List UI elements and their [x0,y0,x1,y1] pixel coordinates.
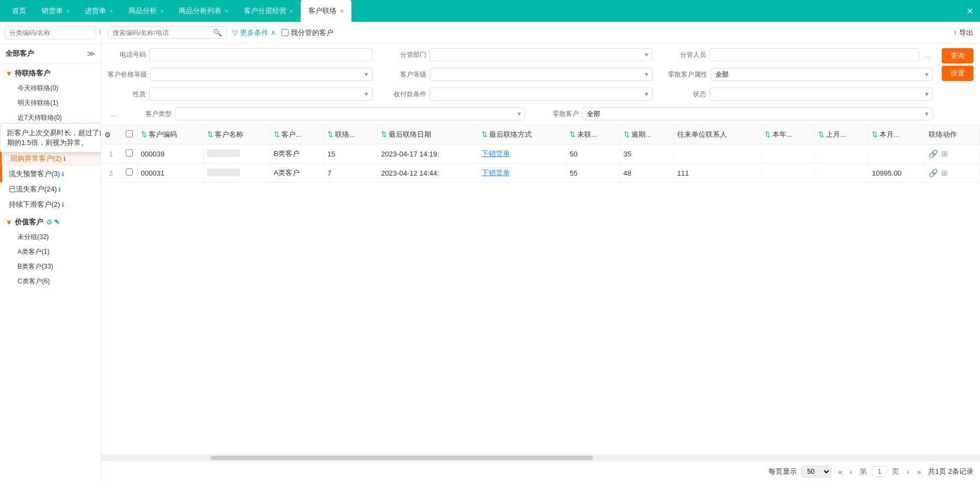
edit-value-group-icon[interactable]: ⊙ [46,218,52,226]
nav-product-analysis-list[interactable]: 商品分析列表 × [171,0,236,22]
row-1-checkbox[interactable] [121,144,137,164]
sort-uncontacted-icon[interactable]: ⇅ [570,130,576,138]
sidebar-group-value-customer[interactable]: ▼ 价值客户 ⊙ ✎ [0,214,101,230]
info-icon-abnormal[interactable]: ℹ [63,155,66,162]
nav-customer-contact[interactable]: 客户联络 × [301,0,351,22]
row-2-grid-icon[interactable]: ⊞ [941,169,948,177]
close-customer-tier-icon[interactable]: × [290,8,293,14]
sort-last-month-icon[interactable]: ⇅ [818,130,824,138]
horizontal-scrollbar[interactable] [101,454,980,461]
sidebar-item-class-b[interactable]: B类客户(33) [9,259,101,274]
manager-dots-btn[interactable]: ... [923,51,933,59]
window-close-button[interactable]: ✕ [966,6,973,16]
nav-product-analysis[interactable]: 商品分析 × [121,0,171,22]
row-2-link-icon[interactable]: 🔗 [929,169,938,177]
sort-overdue-icon[interactable]: ⇅ [624,130,630,138]
retail-customer-select[interactable]: 全部 [582,107,933,120]
sidebar-item-loss-warning[interactable]: 流失预警客户(3) ℹ [0,166,101,182]
select-all-checkbox[interactable] [126,130,133,137]
payment-select[interactable] [430,88,653,101]
sidebar-item-class-a[interactable]: A类客户(1) [9,245,101,259]
sidebar-search-input[interactable] [4,26,96,39]
scrollbar-thumb[interactable] [210,456,593,460]
search-icon[interactable]: 🔍 [213,28,222,37]
my-customer-checkbox[interactable] [281,29,289,36]
customer-type-select[interactable] [175,107,526,120]
first-page-btn[interactable]: « [836,467,845,477]
arrow-down-icon-2: ▼ [5,218,13,227]
search-input[interactable] [113,29,211,37]
sidebar-item-tomorrow-pending[interactable]: 明天待联络(1) [9,96,101,111]
price-grade-select[interactable] [150,68,373,81]
info-icon-lost[interactable]: ℹ [58,186,61,193]
sidebar-item-declining[interactable]: 持续下滑客户(2) ℹ [0,197,101,212]
sidebar-item-class-c[interactable]: C类客户(6) [9,274,101,289]
col-settings[interactable]: ⚙ [101,125,121,144]
phone-input[interactable] [149,48,373,61]
retail-attr-label: 零散客户属性 [668,70,707,79]
nav-purchase-order[interactable]: 进货单 × [77,0,120,22]
sidebar-search-icon[interactable]: 🔍 [98,29,101,37]
row-2-overdue: 48 [620,164,673,183]
info-icon-declining[interactable]: ℹ [62,201,64,208]
row-1-grid-icon[interactable]: ⊞ [941,149,948,158]
sort-date-icon[interactable]: ⇅ [381,130,387,138]
settings-button[interactable]: 设置 [942,66,973,81]
sort-code-icon[interactable]: ⇅ [141,130,147,138]
sort-type-icon[interactable]: ⇅ [274,130,280,138]
sidebar-item-lost-customer[interactable]: 已流失客户(24) ℹ [0,182,101,197]
sidebar-collapse-icon[interactable]: ≫ [87,49,95,58]
row-1-last-month [815,144,868,164]
last-page-btn[interactable]: » [914,467,924,477]
customer-grade-label: 客户等级 [388,70,426,79]
tooltip-text: 距客户上次交易时长，超过了此客户的平均交易周期的1.5倍，则视为异常。 [7,129,101,147]
dept-select[interactable] [430,48,653,61]
retail-attr-select[interactable]: 全部 [711,68,933,81]
sort-this-month-icon[interactable]: ⇅ [872,130,878,138]
col-name: ⇅客户名称 [204,125,271,144]
row-2-last-month [815,164,868,183]
per-page-select[interactable]: 50 100 200 [801,466,831,478]
row-1-link-icon[interactable]: 🔗 [929,149,938,158]
my-customer-filter[interactable]: 我分管的客户 [281,28,333,38]
close-purchase-order-icon[interactable]: × [109,8,113,14]
extra-dots-btn[interactable]: ... [108,110,118,118]
next-page-btn[interactable]: › [904,467,912,477]
info-icon-loss-warning[interactable]: ℹ [62,171,64,178]
export-button[interactable]: ↑ 导出 [954,28,974,38]
close-customer-contact-icon[interactable]: × [340,8,343,14]
search-bar: 🔍 [108,26,227,39]
edit-value-group-icon2[interactable]: ✎ [54,218,60,226]
sidebar-item-abnormal-repurchase[interactable]: 回购异常客户(2) ℹ [0,151,101,166]
row-2-no: 2 [101,164,121,183]
customer-grade-select[interactable] [430,68,653,81]
sort-method-icon[interactable]: ⇅ [482,130,488,138]
sidebar-group-pending-contact[interactable]: ▼ 待联络客户 [0,66,101,81]
close-product-analysis-icon[interactable]: × [160,8,163,14]
close-sales-order-icon[interactable]: × [66,8,69,14]
sidebar-item-today-pending[interactable]: 今天待联络(0) [9,81,101,96]
sort-name-icon[interactable]: ⇅ [207,130,213,138]
nav-home[interactable]: 首页 [4,0,34,22]
gender-select[interactable] [149,88,373,101]
filter-row-4: ... 客户类型 ▼ 零散客户 全部 [108,107,933,120]
row-2-last-method[interactable]: 下销货单 [478,164,566,183]
row-1-no: 1 [101,144,121,164]
close-product-analysis-list-icon[interactable]: × [225,8,228,14]
prev-page-btn[interactable]: ‹ [847,467,855,477]
sidebar-all-customers-header[interactable]: 全部客户 ≫ [0,44,101,63]
status-select[interactable] [709,88,933,101]
value-customer-items: 未分组(32) A类客户(1) B类客户(33) C类客户(6) [0,230,101,289]
row-1-last-method[interactable]: 下销货单 [478,144,566,164]
nav-sales-order[interactable]: 销货单 × [34,0,77,22]
sort-contact-icon[interactable]: ⇅ [327,130,333,138]
nav-customer-tier[interactable]: 客户分层经营 × [236,0,301,22]
current-page[interactable]: 1 [872,466,887,477]
manager-input[interactable] [709,48,919,61]
more-filter-btn[interactable]: ▽ 更多条件 ∧ [232,28,276,38]
sort-this-year-icon[interactable]: ⇅ [765,130,771,138]
sidebar-item-ungrouped[interactable]: 未分组(32) [9,230,101,245]
query-button[interactable]: 查询 [942,48,973,63]
row-2-checkbox[interactable] [121,164,137,183]
col-checkbox[interactable] [121,125,137,144]
